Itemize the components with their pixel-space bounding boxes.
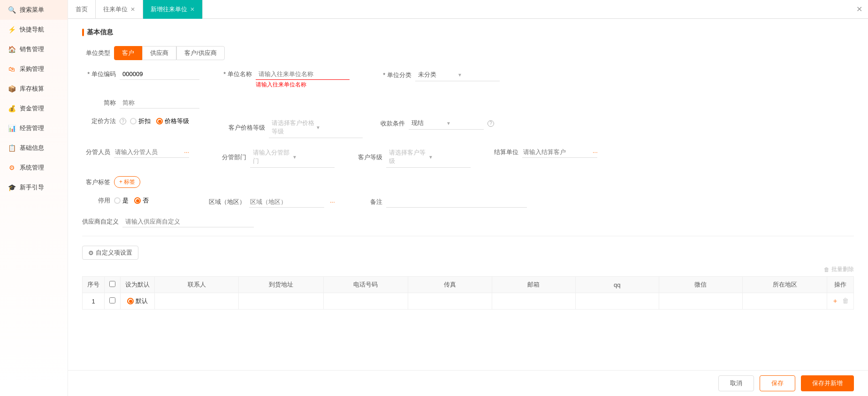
radio-circle-discount [130, 118, 137, 124]
supplier-custom-input[interactable] [122, 216, 254, 227]
select-all-checkbox[interactable] [109, 281, 115, 287]
unit-category-select[interactable]: 未分类 ▼ [415, 69, 500, 81]
customer-price-level-select[interactable]: 请选择客户价格等级 ▼ [269, 117, 363, 138]
type-btn-both[interactable]: 客户/供应商 [176, 46, 225, 60]
tab-contacts-close[interactable]: ✕ [130, 6, 135, 13]
save-new-button[interactable]: 保存并新增 [801, 375, 854, 391]
sidebar-item-system[interactable]: ⚙ 系统管理 [0, 158, 68, 178]
manager-dots-btn[interactable]: ··· [184, 148, 189, 155]
short-name-input[interactable] [120, 97, 199, 109]
manager-row: 分管人员 ··· 分管部门 请输入分管部门 ▼ 客户等级 [82, 147, 854, 168]
unit-code-field: * 单位编码 [82, 69, 204, 80]
add-tag-button[interactable]: + 标签 [114, 176, 140, 188]
add-row-button[interactable]: ＋ [832, 297, 838, 304]
trash-icon: 🗑 [824, 266, 830, 273]
operations-icon: 📊 [8, 124, 16, 132]
sidebar-item-operations[interactable]: 📊 经营管理 [0, 118, 68, 138]
delete-row-button[interactable]: 🗑 [842, 297, 849, 304]
unit-name-input[interactable] [256, 69, 350, 80]
radio-discount[interactable]: 折扣 [130, 117, 151, 125]
type-btn-customer[interactable]: 客户 [114, 46, 142, 60]
sidebar-item-search[interactable]: 🔍 搜索菜单 [0, 0, 68, 20]
cell-no: 1 [83, 293, 105, 310]
beginner-icon: 🎓 [8, 183, 16, 192]
main-area: 首页 往来单位 ✕ 新增往来单位 ✕ ✕ 基本信息 单位类型 客户 [68, 0, 868, 396]
save-button[interactable]: 保存 [760, 375, 795, 391]
section-bar [82, 29, 84, 36]
sales-icon: 🏠 [8, 45, 16, 54]
chevron-down-icon-payment: ▼ [446, 121, 481, 126]
radio-default[interactable]: 默认 [125, 297, 150, 305]
cell-address [239, 293, 323, 310]
department-select[interactable]: 请输入分管部门 ▼ [250, 147, 335, 168]
tab-contacts[interactable]: 往来单位 ✕ [96, 0, 143, 19]
unit-name-error: 请输入往来单位名称 [256, 81, 364, 89]
email-input[interactable] [497, 298, 571, 305]
manager-input[interactable] [114, 147, 184, 157]
batch-delete-area: 🗑 批量删除 [82, 265, 854, 273]
th-action: 操作 [827, 277, 854, 293]
radio-yes[interactable]: 是 [114, 196, 129, 205]
pricing-row: 定价方法 ? 折扣 价格等级 客户价格等级 [82, 117, 854, 138]
sidebar-item-sales[interactable]: 🏠 销售管理 [0, 39, 68, 59]
sidebar-item-purchase[interactable]: 🛍 采购管理 [0, 59, 68, 79]
cell-actions: ＋ 🗑 [827, 293, 854, 310]
tab-home[interactable]: 首页 [68, 0, 96, 19]
fax-input[interactable] [413, 298, 487, 305]
qq-input[interactable] [580, 298, 654, 305]
radio-circle-no [134, 197, 141, 204]
radio-price-level[interactable]: 价格等级 [156, 117, 189, 125]
unit-code-input[interactable] [120, 69, 199, 80]
department-field: 分管部门 请输入分管部门 ▼ [218, 147, 340, 168]
payment-terms-select[interactable]: 现结 ▼ [409, 117, 484, 130]
phone-input[interactable] [328, 298, 403, 305]
sidebar-item-finance[interactable]: 💰 资金管理 [0, 99, 68, 118]
cell-wechat [659, 293, 742, 310]
customer-level-field: 客户等级 请选择客户等级 ▼ [354, 147, 476, 168]
region-dots-btn[interactable]: ··· [330, 198, 335, 205]
sidebar-item-quick-nav[interactable]: ⚡ 快捷导航 [0, 20, 68, 39]
search-icon: 🔍 [8, 6, 16, 14]
short-name-field: 简称 [82, 97, 204, 109]
th-checkbox [105, 277, 121, 293]
inventory-icon: 📦 [8, 85, 16, 93]
settlement-dots-btn[interactable]: ··· [593, 148, 598, 155]
system-icon: ⚙ [8, 163, 16, 172]
wechat-input[interactable] [664, 298, 738, 305]
row-checkbox[interactable] [109, 297, 115, 303]
sidebar-item-beginner[interactable]: 🎓 新手引导 [0, 178, 68, 197]
cell-email [492, 293, 575, 310]
region-table-input[interactable] [747, 298, 822, 305]
radio-no[interactable]: 否 [134, 196, 149, 205]
manager-input-group: ··· [114, 147, 189, 158]
sidebar-item-base-info[interactable]: 📋 基础信息 [0, 138, 68, 158]
disable-field: 停用 是 否 [82, 196, 195, 205]
customer-level-select[interactable]: 请选择客户等级 ▼ [386, 147, 471, 168]
manager-label: 分管人员 [82, 148, 110, 156]
close-all-tabs[interactable]: ✕ [851, 5, 868, 14]
sidebar-item-inventory[interactable]: 📦 库存核算 [0, 79, 68, 99]
payment-terms-label: 收款条件 [377, 119, 405, 128]
unit-name-label: * 单位名称 [218, 70, 252, 78]
base-info-icon: 📋 [8, 144, 16, 152]
pricing-radio-group: 折扣 价格等级 [130, 117, 189, 125]
settlement-input[interactable] [522, 147, 593, 157]
cancel-button[interactable]: 取消 [718, 375, 754, 391]
contact-input[interactable] [160, 298, 234, 305]
department-label: 分管部门 [218, 153, 246, 162]
tab-new-contact-close[interactable]: ✕ [190, 6, 195, 13]
notes-input[interactable] [386, 196, 527, 208]
batch-delete-button[interactable]: 🗑 批量删除 [824, 265, 854, 273]
help-icon-payment[interactable]: ? [487, 120, 494, 127]
region-field: 区域（地区） ··· [209, 196, 350, 208]
help-icon-pricing[interactable]: ? [120, 118, 126, 124]
tab-new-contact[interactable]: 新增往来单位 ✕ [143, 0, 203, 19]
region-input[interactable] [249, 196, 330, 207]
address-input[interactable] [244, 298, 318, 305]
type-btn-supplier[interactable]: 供应商 [142, 46, 176, 60]
settlement-field: 结算单位 ··· [490, 147, 612, 158]
cell-qq [575, 293, 659, 310]
custom-settings-button[interactable]: ⚙ 自定义项设置 [82, 246, 138, 260]
short-name-label: 简称 [82, 99, 116, 107]
cell-default: 默认 [121, 293, 155, 310]
